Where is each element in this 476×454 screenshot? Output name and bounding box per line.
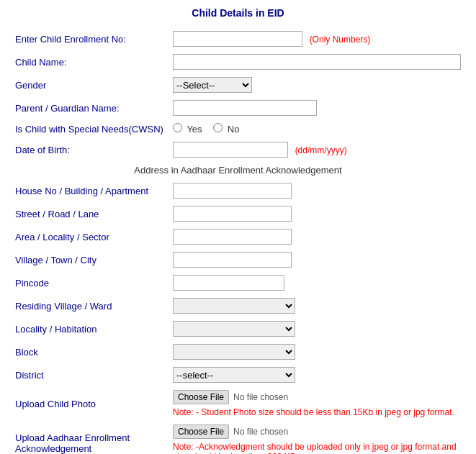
house-label: House No / Building / Apartment — [11, 179, 169, 202]
block-label: Block — [11, 340, 169, 363]
village-town-input[interactable] — [173, 252, 292, 268]
dob-label: Date of Birth: — [11, 138, 169, 161]
upload-photo-row: Choose File No file chosen — [173, 390, 461, 404]
upload-photo-note: Note: - Student Photo size should be les… — [173, 407, 461, 417]
area-input[interactable] — [173, 229, 292, 245]
main-form: Enter Child Enrollment No: (Only Numbers… — [11, 27, 465, 454]
cwsn-yes-radio[interactable] — [173, 123, 182, 132]
no-file-photo-text: No file chosen — [233, 392, 288, 402]
enrollment-hint: (Only Numbers) — [310, 35, 371, 45]
dob-hint: (dd/mm/yyyy) — [295, 145, 347, 155]
block-select[interactable] — [173, 344, 295, 360]
guardian-input[interactable] — [173, 100, 317, 116]
child-name-input[interactable] — [173, 54, 461, 70]
upload-photo-label: Upload Child Photo — [11, 386, 169, 421]
enrollment-label: Enter Child Enrollment No: — [11, 27, 169, 50]
cwsn-yes-label[interactable]: Yes — [173, 124, 205, 135]
enrollment-input[interactable] — [173, 31, 302, 47]
locality-select[interactable] — [173, 321, 295, 337]
upload-ack-row: Choose File No file chosen — [173, 425, 461, 439]
residing-village-label: Residing Village / Ward — [11, 294, 169, 317]
cwsn-label: Is Child with Special Needs(CWSN) — [11, 119, 169, 138]
choose-file-photo-button[interactable]: Choose File — [173, 390, 229, 404]
residing-village-select[interactable] — [173, 298, 295, 314]
district-select[interactable]: --select-- — [173, 367, 295, 383]
locality-label: Locality / Habitation — [11, 317, 169, 340]
page-title: Child Details in EID — [11, 7, 465, 19]
cwsn-no-label[interactable]: No — [213, 124, 239, 135]
no-file-ack-text: No file chosen — [233, 427, 288, 437]
village-town-label: Village / Town / City — [11, 248, 169, 271]
upload-ack-label: Upload Aadhaar Enrollment Acknowledgemen… — [11, 421, 169, 454]
street-label: Street / Road / Lane — [11, 202, 169, 225]
gender-select[interactable]: --Select-- Male Female Other — [173, 77, 252, 93]
house-input[interactable] — [173, 183, 292, 199]
district-label: District — [11, 363, 169, 386]
pincode-input[interactable] — [173, 275, 284, 291]
dob-input[interactable] — [173, 142, 288, 158]
child-name-label: Child Name: — [11, 50, 169, 73]
gender-label: Gender — [11, 73, 169, 96]
guardian-label: Parent / Guardian Name: — [11, 96, 169, 119]
address-section-header: Address in Aadhaar Enrollment Acknowledg… — [11, 161, 465, 179]
pincode-label: Pincode — [11, 271, 169, 294]
choose-file-ack-button[interactable]: Choose File — [173, 425, 229, 439]
cwsn-no-radio[interactable] — [213, 123, 223, 132]
area-label: Area / Locality / Sector — [11, 225, 169, 248]
street-input[interactable] — [173, 206, 292, 222]
upload-ack-note: Note: -Acknowledgment should be uploaded… — [173, 442, 461, 454]
